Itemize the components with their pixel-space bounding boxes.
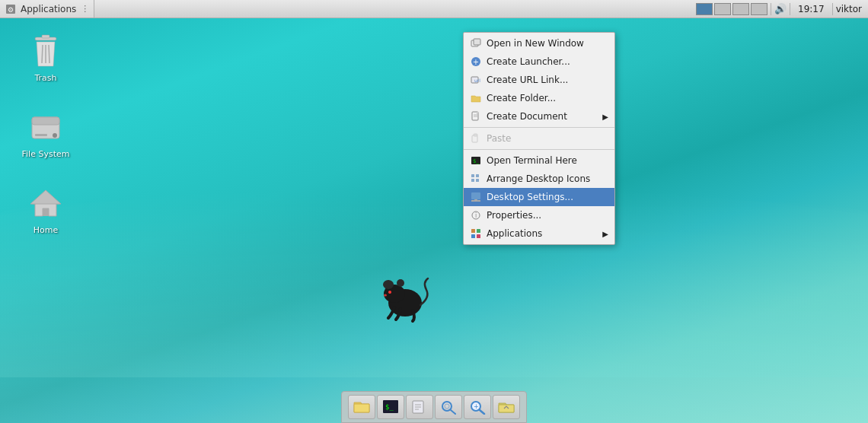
menu-arrange-icons[interactable]: Arrange Desktop Icons bbox=[464, 170, 614, 188]
create-document-label: Create Document bbox=[487, 111, 567, 122]
svg-text:$_: $_ bbox=[473, 158, 479, 164]
properties-label: Properties... bbox=[487, 210, 541, 221]
menu-create-folder[interactable]: Create Folder... bbox=[464, 89, 614, 107]
taskbar-divider-2 bbox=[790, 3, 790, 15]
applications-menu[interactable]: ⚙ Applications ⋮ bbox=[0, 0, 94, 17]
taskbar-divider-3 bbox=[832, 3, 833, 15]
svg-rect-39 bbox=[477, 229, 480, 233]
svg-point-47 bbox=[384, 294, 387, 297]
create-document-arrow: ▶ bbox=[602, 113, 608, 121]
taskbar-btn-folder2[interactable] bbox=[493, 395, 520, 419]
svg-rect-25 bbox=[474, 134, 477, 136]
arrange-icons-icon bbox=[470, 173, 482, 185]
svg-point-57 bbox=[445, 404, 449, 409]
workspace-2[interactable] bbox=[714, 3, 731, 15]
separator-1 bbox=[464, 127, 614, 128]
svg-rect-33 bbox=[471, 200, 474, 202]
taskbar-btn-search[interactable] bbox=[435, 395, 462, 419]
menu-paste: Paste bbox=[464, 129, 614, 148]
paste-label: Paste bbox=[487, 133, 511, 144]
create-url-label: Create URL Link... bbox=[487, 75, 568, 85]
workspace-switcher[interactable] bbox=[696, 3, 767, 15]
svg-point-44 bbox=[383, 280, 394, 289]
paste-icon bbox=[470, 132, 482, 145]
context-menu: Open in New Window + Create Launcher... … bbox=[463, 32, 615, 245]
svg-rect-38 bbox=[471, 229, 475, 233]
sound-icon[interactable]: 🔊 bbox=[774, 3, 787, 14]
home-icon bbox=[27, 186, 64, 222]
applications-label: Applications bbox=[487, 228, 542, 239]
menu-create-document[interactable]: Create Document ▶ bbox=[464, 107, 614, 126]
mouse-mascot bbox=[373, 271, 434, 324]
applications-icon bbox=[470, 227, 482, 240]
svg-line-6 bbox=[49, 45, 49, 63]
trash-icon bbox=[27, 33, 64, 70]
desktop-settings-label: Desktop Settings... bbox=[487, 192, 573, 202]
desktop-settings-icon bbox=[470, 191, 482, 203]
create-url-icon: url bbox=[470, 74, 482, 86]
svg-rect-8 bbox=[32, 117, 59, 125]
open-terminal-label: Open Terminal Here bbox=[487, 155, 577, 166]
svg-rect-15 bbox=[474, 39, 480, 45]
svg-text:+: + bbox=[473, 58, 479, 66]
workspace-1[interactable] bbox=[696, 3, 713, 15]
user-label: viktor bbox=[836, 4, 862, 14]
svg-rect-30 bbox=[471, 179, 474, 182]
svg-point-45 bbox=[397, 279, 404, 287]
taskbar-btn-terminal[interactable]: $_ bbox=[377, 395, 404, 419]
svg-text:url: url bbox=[474, 78, 480, 83]
filesystem-icon bbox=[27, 110, 64, 146]
properties-icon: i bbox=[470, 209, 482, 221]
svg-rect-31 bbox=[476, 179, 479, 182]
open-new-window-icon bbox=[470, 37, 482, 49]
menu-create-url[interactable]: url Create URL Link... bbox=[464, 71, 614, 89]
workspace-4[interactable] bbox=[751, 3, 767, 15]
svg-marker-12 bbox=[30, 190, 61, 204]
menu-desktop-settings[interactable]: Desktop Settings... bbox=[464, 188, 614, 206]
desktop-icon-home[interactable]: Home bbox=[15, 183, 76, 239]
home-label: Home bbox=[34, 225, 58, 236]
menu-create-launcher[interactable]: + Create Launcher... bbox=[464, 52, 614, 71]
workspace-3[interactable] bbox=[732, 3, 749, 15]
desktop[interactable]: ⚙ Applications ⋮ 🔊 19:17 viktor bbox=[0, 0, 868, 423]
create-folder-label: Create Folder... bbox=[487, 93, 556, 103]
menu-open-new-window[interactable]: Open in New Window bbox=[464, 34, 614, 52]
create-launcher-label: Create Launcher... bbox=[487, 56, 570, 67]
svg-rect-28 bbox=[471, 174, 474, 177]
open-new-window-label: Open in New Window bbox=[487, 38, 584, 49]
svg-point-55 bbox=[442, 402, 452, 411]
svg-text:⚙: ⚙ bbox=[8, 6, 14, 14]
apps-label: Applications bbox=[21, 4, 76, 14]
clock: 19:17 bbox=[793, 4, 829, 14]
create-launcher-icon: + bbox=[470, 56, 482, 68]
create-document-icon bbox=[470, 110, 482, 122]
taskbar-bottom: $_ + bbox=[341, 391, 527, 423]
desktop-icon-trash[interactable]: Trash bbox=[15, 30, 76, 87]
svg-text:$_: $_ bbox=[385, 403, 394, 411]
svg-point-46 bbox=[388, 291, 391, 294]
separator-2 bbox=[464, 149, 614, 150]
taskbar-btn-filemanager[interactable] bbox=[348, 395, 375, 419]
applications-arrow: ▶ bbox=[602, 230, 608, 238]
taskbar-btn-files[interactable] bbox=[406, 395, 433, 419]
open-terminal-icon: $_ bbox=[470, 154, 482, 167]
svg-rect-35 bbox=[474, 199, 477, 202]
taskbar-btn-search2[interactable]: + bbox=[464, 395, 491, 419]
desktop-icon-filesystem[interactable]: File System bbox=[15, 107, 76, 163]
filesystem-label: File System bbox=[22, 149, 70, 160]
taskbar-right: 🔊 19:17 viktor bbox=[690, 0, 868, 17]
menu-properties[interactable]: i Properties... bbox=[464, 206, 614, 224]
apps-menu-icon: ⚙ bbox=[5, 3, 17, 15]
taskbar-divider-1 bbox=[771, 3, 771, 15]
menu-applications[interactable]: Applications ▶ bbox=[464, 224, 614, 243]
svg-line-4 bbox=[42, 45, 43, 63]
menu-open-terminal[interactable]: $_ Open Terminal Here bbox=[464, 151, 614, 170]
svg-rect-29 bbox=[476, 174, 479, 177]
svg-rect-13 bbox=[43, 208, 49, 216]
svg-rect-41 bbox=[477, 234, 480, 238]
svg-marker-21 bbox=[477, 112, 478, 114]
svg-rect-48 bbox=[354, 404, 369, 412]
svg-rect-10 bbox=[35, 134, 47, 136]
arrange-icons-label: Arrange Desktop Icons bbox=[487, 173, 590, 184]
svg-line-59 bbox=[480, 410, 484, 414]
